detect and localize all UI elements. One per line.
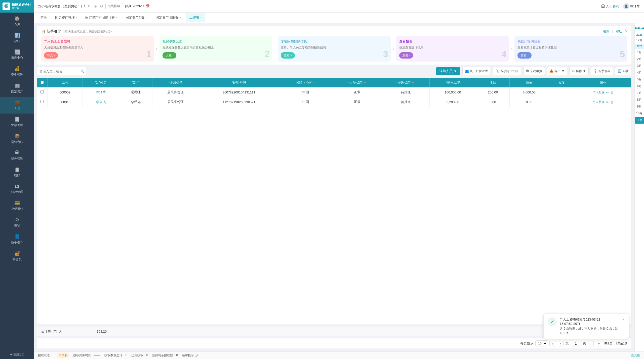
guide-video-link[interactable]: 视频 (603, 29, 609, 34)
guide-button[interactable]: ❓ 新手引导 (591, 67, 613, 75)
tab-payroll-close[interactable]: × (200, 16, 202, 19)
sidebar-item-expense[interactable]: 💳 小畅报销 (0, 197, 34, 214)
step4-arrow: › (511, 36, 512, 62)
cal-month-4[interactable]: 4月 (635, 69, 644, 76)
step2-btn[interactable]: 设置 › (163, 52, 176, 59)
period-display: 账期 2023-11 📅 (125, 4, 150, 9)
toast-content: 导入工资表模板(2023-03-23 15:07:59.897) 共 9 条数据… (560, 317, 619, 335)
sidebar-item-tax[interactable]: 🏛 税务管理 (0, 147, 34, 164)
td-id-type-2: 居民身份证 (152, 97, 199, 107)
calendar-icon[interactable]: 📅 (146, 4, 150, 8)
operations-dropdown-icon: ▼ (583, 69, 586, 73)
guide-help-link[interactable]: 帮助 (616, 29, 622, 34)
sidebar-item-funds[interactable]: 💰 资金管理 (0, 63, 34, 80)
special-deduction-button[interactable]: 📎 专项附加扣除 (493, 67, 521, 75)
sidebar-item-home[interactable]: 🏠 首页 (0, 13, 34, 29)
add-employee-button[interactable]: 添加人员 ▼ (436, 67, 460, 75)
tab-fixed-depreciation[interactable]: 固定资产折旧统计表 × (82, 13, 121, 22)
social-insurance-link-2[interactable]: 个人社保 (593, 100, 605, 104)
old-version-button[interactable]: 切到旧版 (105, 3, 123, 9)
employee-name-link-1[interactable]: 徐泽华 (96, 90, 106, 94)
toast-close-btn[interactable]: × (622, 317, 625, 322)
tab-fixed-assets-close[interactable]: × (76, 16, 77, 19)
purchase-icon: 📦 (14, 133, 20, 139)
guide-step-1: 导入员工工资信息 人员信息及工资数据新增导入 导入 › 1 (41, 36, 154, 62)
cal-month-11[interactable]: 11月 (635, 117, 644, 124)
td-dept-2: 总经办 (119, 97, 152, 107)
edit-icon-2[interactable]: ✏ (606, 100, 609, 104)
service-button[interactable]: 🎧 人工咨询 (601, 4, 619, 9)
cal-month-6[interactable]: 6月 (635, 83, 644, 90)
operations-button[interactable]: ⚙ 操作 ▼ (569, 67, 589, 75)
employee-name-link-2[interactable]: 李俊杰 (96, 100, 106, 104)
sidebar-item-guide[interactable]: 📘 新手引导 (0, 231, 34, 248)
cal-year-2023[interactable]: 2023 (635, 32, 643, 37)
cal-month-12[interactable]: 12月 (635, 37, 644, 44)
guide-header-right: 视频 | 帮助 × (603, 29, 627, 34)
top-bar-actions: ＋ ⚙ 切到旧版 账期 2023-11 📅 (93, 3, 150, 9)
sidebar-nav: 🏠 首页 📊 总账 📈 报表中心 💰 资金管理 🏢 固定资产 💼 工资 🧾 发票… (0, 13, 34, 350)
refresh-button[interactable]: 🔄 刷新 (615, 67, 631, 75)
row-checkbox-1[interactable] (41, 90, 44, 93)
row-checkbox-2[interactable] (41, 100, 44, 103)
sidebar-pin-toggle[interactable]: ◀ 取消固定 (0, 350, 34, 359)
guide-close-btn[interactable]: × (625, 29, 627, 34)
tab-fixed-assets[interactable]: 固定资产管理 × (52, 13, 81, 22)
tax-declare-button[interactable]: 🏛 个税申报 (523, 67, 545, 75)
sidebar-item-ledger[interactable]: 📊 总账 (0, 29, 34, 46)
search-icon[interactable]: 🔍 (80, 69, 85, 73)
edit-icon-1[interactable]: ✏ (606, 90, 609, 94)
step1-btn[interactable]: 导入 › (44, 52, 58, 59)
social-insurance-button[interactable]: 👥 统一社保设置 (462, 67, 491, 75)
td-submit-status-1: 待报送 (382, 87, 429, 97)
tab-fixed-detail-close[interactable]: × (180, 16, 181, 19)
settings-gear-icon[interactable]: ⚙ (100, 4, 103, 9)
export-button[interactable]: 📤 导出 ▼ (547, 67, 567, 75)
sidebar-item-payroll[interactable]: 💼 工资 (0, 97, 34, 114)
last-page-btn[interactable]: » (596, 341, 602, 346)
cal-month-5[interactable]: 5月 (635, 76, 644, 83)
cal-month-2[interactable]: 2月 (635, 56, 644, 63)
sidebar-item-settings[interactable]: ⚙ 设置 (0, 214, 34, 231)
recharge-link[interactable]: 去充值 (631, 353, 640, 357)
prev-page-btn[interactable]: ‹ (558, 341, 564, 346)
tab-fixed-depreciation-close[interactable]: × (116, 16, 117, 19)
sidebar-item-settlement[interactable]: 📋 结账 (0, 164, 34, 181)
user-menu[interactable]: 👤 徐泽华 (623, 3, 640, 9)
next-page-btn[interactable]: › (588, 341, 594, 346)
tab-bar: 首页 固定资产管理 × 固定资产折旧统计表 × 固定资产类别 × 固定资产明细账… (34, 13, 644, 23)
sidebar-item-reports[interactable]: 📈 报表中心 (0, 46, 34, 63)
td-performance-2: 0.00 (510, 97, 549, 107)
select-all-checkbox[interactable] (41, 81, 44, 84)
sidebar-item-invoice[interactable]: 🧾 发票管理 (0, 114, 34, 130)
tab-home[interactable]: 首页 (37, 13, 51, 22)
sidebar-item-archive[interactable]: 🗂 归档管理 (0, 181, 34, 197)
delete-icon-2[interactable]: 🗑 (611, 100, 614, 104)
th-checkbox (37, 78, 47, 87)
tab-fixed-detail[interactable]: 固定资产明细账 × (152, 13, 185, 22)
tab-fixed-category[interactable]: 固定资产类别 × (122, 13, 151, 22)
first-page-btn[interactable]: « (549, 341, 556, 346)
cal-month-7[interactable]: 7月 (635, 90, 644, 96)
sidebar-item-member[interactable]: 👑 畅会员 (0, 248, 34, 265)
cal-month-8[interactable]: 8月 (635, 96, 644, 103)
dropdown-icon[interactable]: ▼ (87, 4, 90, 8)
tab-fixed-category-close[interactable]: × (146, 16, 148, 19)
sidebar-item-purchase[interactable]: 📦 进销台账 (0, 130, 34, 147)
step5-btn[interactable]: 查看 › (517, 52, 531, 59)
social-insurance-link-1[interactable]: 个人社保 (593, 90, 605, 94)
delete-icon-1[interactable]: 🗑 (611, 90, 614, 94)
page-number-input[interactable] (571, 341, 581, 346)
step3-btn[interactable]: 查看 › (281, 52, 295, 59)
step4-btn[interactable]: 查看 › (399, 52, 413, 59)
cal-month-10[interactable]: 10月 (635, 110, 644, 117)
search-input[interactable] (39, 69, 79, 73)
sidebar-item-fixed[interactable]: 🏢 固定资产 (0, 80, 34, 97)
cal-month-3[interactable]: 3月 (635, 63, 644, 69)
toast-icon: ✓ (548, 317, 557, 326)
page-size-select[interactable]: 10 20 50 (535, 340, 547, 346)
cal-month-1[interactable]: 1月 (635, 49, 644, 56)
tab-payroll[interactable]: 工资表 × (186, 13, 205, 22)
cal-month-9[interactable]: 9月 (635, 103, 644, 110)
add-account-icon[interactable]: ＋ (93, 3, 98, 9)
